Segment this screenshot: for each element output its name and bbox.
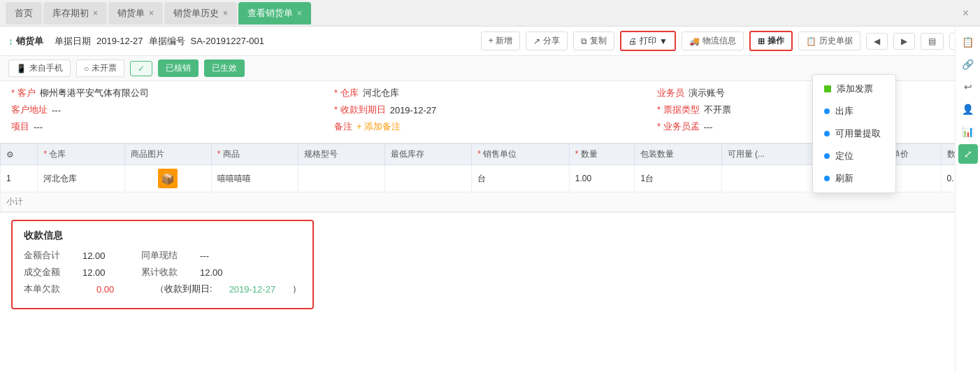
salesperson-label: 业务员 [657,87,684,99]
col-unit: * 销售单位 [472,144,569,165]
history-icon: 📋 [806,36,816,46]
outbound-label: 出库 [835,105,853,118]
window-close-button[interactable]: × [957,7,974,20]
print-label: 打印 [640,35,656,47]
amount-label: 金额合计 [24,249,66,262]
dropdown-item-add-invoice[interactable]: 添加发票 [813,78,895,100]
effective-button[interactable]: 已生效 [204,59,245,77]
nav-left-button[interactable]: ◀ [866,33,888,50]
effective-label: 已生效 [212,62,237,74]
share-label: 分享 [543,35,560,47]
due-date-field: * 收款到期日 2019-12-27 [334,104,646,116]
note-label: 备注 [334,120,352,133]
print-button[interactable]: 🖨 打印 ▼ [620,31,676,51]
col-min-stock: 最低库存 [385,144,472,165]
col-spec: 规格型号 [298,144,385,165]
sidebar-icon-5[interactable]: 📊 [958,122,978,141]
payment-info-box: 收款信息 金额合计 12.00 同单现结 --- 成交金额 12.00 累计收款… [11,220,314,309]
refresh-icon [824,176,830,181]
operate-icon: ⊞ [758,36,765,46]
cell-image: 📦 [124,165,211,192]
col-available: 可用量 (... [721,144,815,165]
right-sidebar: 📋 🔗 ↩ 👤 📊 ⤢ [955,27,980,373]
tab-sales-close[interactable]: × [149,8,154,18]
tab-sales-history[interactable]: 销货单历史 × [164,2,237,24]
salesperson2-value: --- [704,122,713,132]
due-date: 2019-12-27 [229,284,276,295]
sidebar-icon-4[interactable]: 👤 [958,99,978,119]
operate-button[interactable]: ⊞ 操作 [749,31,793,51]
doc-actions: + 新增 ↗ 分享 ⧉ 复制 🖨 打印 ▼ 🚚 物流信息 [481,31,972,51]
tab-sales[interactable]: 销货单 × [108,2,163,24]
doc-header: ↕ 销货单 单据日期 2019-12-27 单据编号 SA-20191227-0… [0,27,980,56]
not-opened-button[interactable]: ○ 未开票 [76,59,124,77]
logistics-label: 物流信息 [702,35,736,47]
ticket-type-value: 不开票 [704,104,731,116]
payment-row-3: 本单欠款 0.00 （收款到期日: 2019-12-27 ） [24,283,301,295]
project-field: 项目 --- [11,120,323,133]
print-dropdown-arrow: ▼ [659,36,668,46]
logistics-icon: 🚚 [689,36,700,46]
sidebar-icon-expand[interactable]: ⤢ [958,144,978,164]
cumulative-label: 累计收款 [141,266,183,279]
project-value: --- [34,122,43,132]
col-qty: * 数量 [569,144,635,165]
view1-button[interactable]: ▤ [921,33,944,50]
refresh-label: 刷新 [835,172,853,185]
history-button[interactable]: 📋 历史单据 [798,31,860,50]
project-label: 项目 [11,120,29,133]
tab-inventory-label: 库存期初 [52,7,89,20]
cell-min-stock [385,165,472,192]
check-icon: ✓ [138,64,145,73]
new-button[interactable]: + 新增 [481,31,520,50]
check-button[interactable]: ✓ [130,61,152,76]
sidebar-icon-1[interactable]: 📋 [958,32,978,52]
operate-dropdown: 添加发票 出库 可用量提取 定位 刷新 [812,74,896,193]
dropdown-item-refresh[interactable]: 刷新 [813,167,895,190]
nav-right-button[interactable]: ▶ [893,33,915,50]
cell-pkg-qty: 1台 [635,165,721,192]
number-value: SA-20191227-001 [191,36,265,46]
from-phone-button[interactable]: 📱 来自手机 [8,59,71,77]
dropdown-item-available-qty[interactable]: 可用量提取 [813,122,895,145]
cell-available [721,165,815,192]
doc-meta: 单据日期 2019-12-27 单据编号 SA-20191227-001 [55,35,264,48]
tab-sales-history-close[interactable]: × [223,8,228,18]
col-pkg-qty: 包装数量 [635,144,721,165]
tab-view-sales[interactable]: 查看销货单 × [238,2,311,24]
date-value: 2019-12-27 [96,36,143,46]
dropdown-item-outbound[interactable]: 出库 [813,100,895,122]
sidebar-icon-2[interactable]: 🔗 [958,55,978,74]
sold-button[interactable]: 已核销 [158,59,199,77]
copy-label: 复制 [590,35,607,47]
share-button[interactable]: ↗ 分享 [526,31,568,50]
tab-home[interactable]: 首页 [6,2,42,24]
not-opened-label: 未开票 [92,62,117,74]
cell-product: 嘻嘻嘻嘻 [211,165,298,192]
cell-spec [298,165,385,192]
customer-field: * 客户 柳州粤港平安气体有限公司 [11,87,323,99]
transaction-label: 成交金额 [24,266,66,279]
due-note-end: ） [292,283,301,295]
cell-unit: 台 [472,165,569,192]
cell-qty: 1.00 [569,165,635,192]
main-content: ↕ 销货单 单据日期 2019-12-27 单据编号 SA-20191227-0… [0,27,980,373]
sidebar-icon-3[interactable]: ↩ [958,77,978,97]
subtotal-label: 小计 [1,192,980,212]
tab-view-sales-close[interactable]: × [297,8,302,18]
tab-inventory[interactable]: 库存期初 × [43,2,107,24]
transaction-value: 12.00 [82,267,124,278]
logistics-button[interactable]: 🚚 物流信息 [682,31,744,50]
add-note-button[interactable]: + 添加备注 [356,120,401,133]
locate-label: 定位 [835,150,853,162]
date-label: 单据日期 [55,35,91,48]
dropdown-item-locate[interactable]: 定位 [813,145,895,167]
invoice-icon: ○ [84,64,89,73]
add-invoice-icon [824,85,831,92]
copy-button[interactable]: ⧉ 复制 [573,31,614,50]
add-invoice-label: 添加发票 [837,83,873,95]
sold-label: 已核销 [166,62,191,74]
tab-inventory-close[interactable]: × [93,8,98,18]
amount-value: 12.00 [82,251,124,261]
operate-label: 操作 [768,35,784,47]
